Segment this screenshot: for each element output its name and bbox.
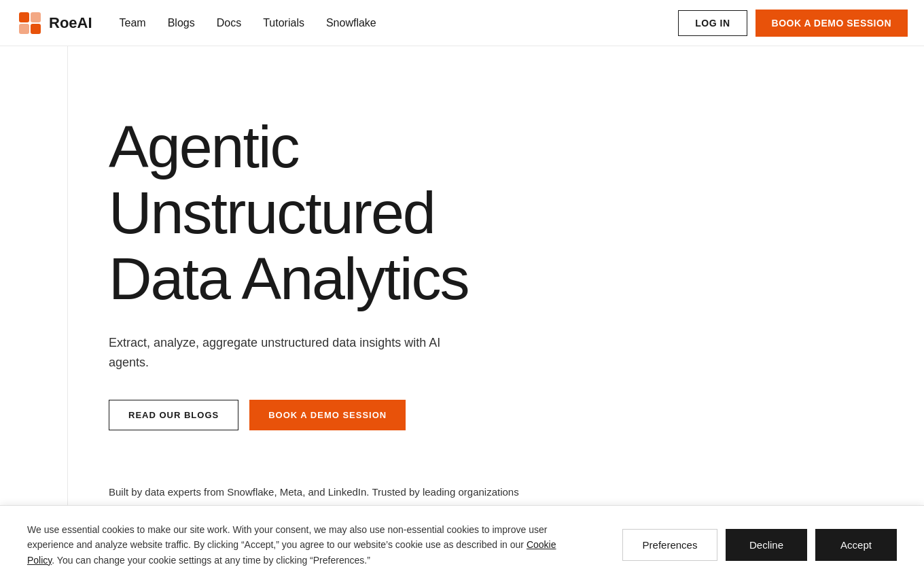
logo-text: RoeAI <box>49 14 92 32</box>
nav-blogs[interactable]: Blogs <box>168 17 195 29</box>
main-nav: Team Blogs Docs Tutorials Snowflake <box>120 17 679 29</box>
login-button[interactable]: LOG IN <box>678 10 747 36</box>
svg-rect-3 <box>31 24 41 34</box>
logo-icon <box>16 10 43 37</box>
book-demo-main-button[interactable]: BOOK A DEMO SESSION <box>249 400 406 430</box>
nav-docs[interactable]: Docs <box>217 17 241 29</box>
hero-subtitle: Extract, analyze, aggregate unstructured… <box>109 333 476 373</box>
cookie-preferences-inline: Preferences <box>313 555 364 566</box>
cookie-banner: We use essential cookies to make our sit… <box>0 505 924 584</box>
hero-title-line1: Agentic <box>109 113 299 180</box>
cookie-text-main: We use essential cookies to make our sit… <box>27 524 547 550</box>
accept-button[interactable]: Accept <box>815 529 897 561</box>
cookie-actions: Preferences Decline Accept <box>622 529 897 561</box>
header-actions: LOG IN BOOK A DEMO SESSION <box>678 10 908 37</box>
hero-title-line2: Unstructured <box>109 179 435 246</box>
logo[interactable]: RoeAI <box>16 10 92 37</box>
svg-rect-2 <box>19 24 29 34</box>
nav-snowflake[interactable]: Snowflake <box>326 17 376 29</box>
nav-tutorials[interactable]: Tutorials <box>263 17 304 29</box>
svg-rect-0 <box>19 12 29 22</box>
nav-team[interactable]: Team <box>120 17 146 29</box>
read-blogs-button[interactable]: READ OUR BLOGS <box>109 400 238 430</box>
header: RoeAI Team Blogs Docs Tutorials Snowflak… <box>0 0 924 46</box>
svg-rect-1 <box>31 12 41 22</box>
book-demo-header-button[interactable]: BOOK A DEMO SESSION <box>756 10 908 37</box>
cookie-text-after: . You can change your cookie settings at… <box>52 555 313 566</box>
cookie-text: We use essential cookies to make our sit… <box>27 522 584 568</box>
cookie-text-end: .” <box>364 555 370 566</box>
left-sidebar-stripe <box>0 0 68 584</box>
preferences-button[interactable]: Preferences <box>622 529 717 561</box>
hero-section: Agentic Unstructured Data Analytics Extr… <box>109 101 883 500</box>
main-content: Agentic Unstructured Data Analytics Extr… <box>68 46 924 540</box>
trusted-text: Built by data experts from Snowflake, Me… <box>109 485 883 500</box>
hero-buttons: READ OUR BLOGS BOOK A DEMO SESSION <box>109 400 883 430</box>
hero-title: Agentic Unstructured Data Analytics <box>109 114 584 311</box>
decline-button[interactable]: Decline <box>726 529 807 561</box>
hero-title-line3: Data Analytics <box>109 245 469 312</box>
